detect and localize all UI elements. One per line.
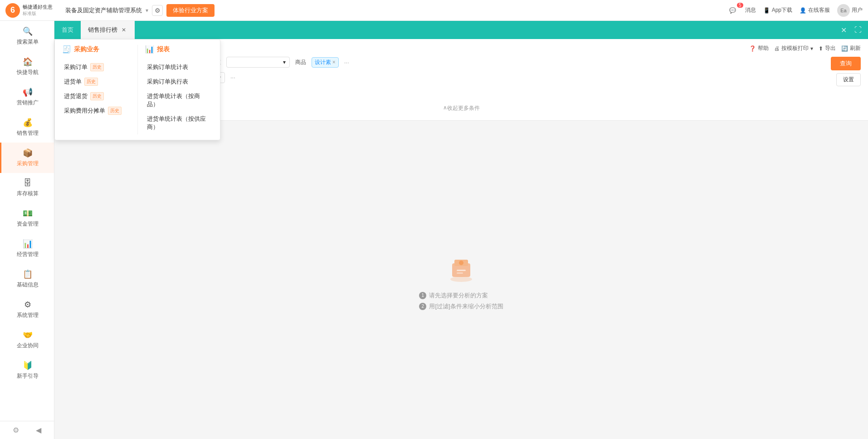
service-icon: 👤 bbox=[800, 7, 806, 14]
industry-button[interactable]: 体验行业方案 bbox=[166, 4, 215, 17]
header-middle: 装备及固定资产辅助管理系统 ▾ ⚙ 体验行业方案 bbox=[60, 4, 729, 17]
brand-name: 畅捷通好生意 bbox=[23, 4, 53, 10]
step-2-text: 用[过滤]条件来缩小分析范围 bbox=[429, 302, 503, 311]
menu-section-purchase: 🧾 采购业务 采购订单 历史 进货单 历史 进货退货 历史 采购费用分摊单 历史 bbox=[55, 45, 137, 134]
system-icon: ⚙ bbox=[24, 300, 31, 310]
sidebar-item-purchase[interactable]: 📦 采购管理 bbox=[0, 143, 54, 173]
sidebar-item-enterprise[interactable]: 🤝 企业协同 bbox=[0, 325, 54, 355]
brand-sub: 标准版 bbox=[23, 10, 53, 17]
step-1-circle: 1 bbox=[419, 292, 426, 299]
reports-section-icon: 📊 bbox=[145, 45, 154, 54]
goods-tag-text: 设计素 bbox=[315, 59, 331, 66]
sidebar-item-quick[interactable]: 🏠 快捷导航 bbox=[0, 51, 54, 82]
menu-item-purchase-order-stats-label: 采购订单统计表 bbox=[147, 63, 188, 71]
user-avatar: Ea bbox=[837, 4, 850, 17]
app-download-button[interactable]: 📱 App下载 bbox=[763, 6, 792, 14]
sidebar-item-guide[interactable]: 🔰 新手引导 bbox=[0, 355, 54, 385]
logo-icon: 6 bbox=[5, 3, 20, 18]
query-button[interactable]: 查询 bbox=[831, 57, 861, 70]
goods-more-dots[interactable]: ··· bbox=[344, 59, 349, 66]
menu-item-purchase-order-label: 采购订单 bbox=[64, 63, 88, 71]
logo-text-area: 畅捷通好生意 标准版 bbox=[23, 4, 53, 16]
user-button[interactable]: Ea 用户 bbox=[837, 4, 863, 17]
menu-item-purchase-expense[interactable]: 采购费用分摊单 历史 bbox=[62, 104, 130, 118]
menu-item-receipt-stats-supplier[interactable]: 进货单统计表（按供应商） bbox=[145, 112, 213, 134]
service-button[interactable]: 👤 在线客服 bbox=[800, 6, 830, 14]
sidebar-label-basic: 基础信息 bbox=[17, 281, 39, 289]
sidebar-item-sales[interactable]: 💰 销售管理 bbox=[0, 112, 54, 143]
menu-item-purchase-return[interactable]: 进货退货 历史 bbox=[62, 89, 130, 104]
menu-section-title-reports: 📊 报表 bbox=[145, 45, 213, 55]
refresh-label: 刷新 bbox=[850, 44, 861, 52]
setting-button[interactable]: 设置 bbox=[836, 73, 861, 86]
goods-tag[interactable]: 设计素 × bbox=[312, 57, 339, 68]
history-badge-purchase-expense: 历史 bbox=[108, 107, 122, 115]
sidebar-label-system: 系统管理 bbox=[17, 311, 39, 319]
tab-close-button[interactable]: ✕ bbox=[120, 26, 127, 34]
message-label: 消息 bbox=[745, 6, 756, 14]
header-dropdown-arrow[interactable]: ▾ bbox=[146, 7, 148, 14]
tab-close-all-button[interactable]: ✕ bbox=[837, 24, 850, 36]
sidebar-item-finance[interactable]: 💵 资金管理 bbox=[0, 203, 54, 233]
purchase-dropdown-menu: 🧾 采购业务 采购订单 历史 进货单 历史 进货退货 历史 采购费用分摊单 历史… bbox=[54, 39, 220, 140]
settings-bottom-button[interactable]: ⚙ bbox=[13, 426, 19, 434]
menu-item-purchase-receipt[interactable]: 进货单 历史 bbox=[62, 74, 130, 89]
finance-icon: 💵 bbox=[23, 208, 33, 218]
header-right: 💬 5 消息 📱 App下载 👤 在线客服 Ea 用户 bbox=[729, 4, 863, 17]
tab-home[interactable]: 首页 bbox=[54, 21, 81, 39]
inventory-icon: 🗄 bbox=[24, 178, 32, 188]
export-label: 导出 bbox=[825, 44, 836, 52]
salesperson-more-dots[interactable]: ··· bbox=[230, 74, 235, 81]
step-2-circle: 2 bbox=[419, 303, 426, 310]
sidebar-item-search[interactable]: 🔍 搜索菜单 bbox=[0, 21, 54, 51]
goods-tag-close[interactable]: × bbox=[332, 59, 336, 65]
svg-rect-4 bbox=[457, 270, 466, 271]
tab-sales-rank[interactable]: 销售排行榜 ✕ bbox=[81, 21, 135, 39]
service-label: 在线客服 bbox=[808, 6, 830, 14]
top-header: 6 畅捷通好生意 标准版 装备及固定资产辅助管理系统 ▾ ⚙ 体验行业方案 💬 … bbox=[0, 0, 868, 21]
sidebar-item-operation[interactable]: 📊 经营管理 bbox=[0, 233, 54, 264]
menu-section-reports: 📊 报表 采购订单统计表 采购订单执行表 进货单统计表（按商品） 进货单统计表（… bbox=[138, 45, 220, 134]
empty-state: 1 请先选择要分析的方案 2 用[过滤]条件来缩小分析范围 bbox=[54, 121, 868, 439]
sidebar: 🔍 搜索菜单 🏠 快捷导航 📢 营销推广 💰 销售管理 📦 采购管理 🗄 库存核… bbox=[0, 21, 54, 439]
guide-icon: 🔰 bbox=[23, 360, 33, 370]
collapse-icon: ∧ bbox=[443, 104, 447, 112]
menu-item-purchase-order-exec[interactable]: 采购订单执行表 bbox=[145, 74, 213, 89]
menu-item-receipt-stats-supplier-label: 进货单统计表（按供应商） bbox=[147, 115, 211, 131]
help-button[interactable]: ❓ 帮助 bbox=[749, 44, 769, 52]
message-button[interactable]: 💬 5 消息 bbox=[729, 6, 756, 14]
sidebar-item-marketing[interactable]: 📢 营销推广 bbox=[0, 82, 54, 112]
print-icon: 🖨 bbox=[774, 45, 780, 52]
print-arrow: ▾ bbox=[810, 45, 813, 52]
tab-expand-button[interactable]: ⛶ bbox=[852, 24, 864, 36]
doc-status-select[interactable]: ▾ bbox=[226, 57, 290, 68]
menu-item-purchase-order[interactable]: 采购订单 历史 bbox=[62, 60, 130, 74]
menu-item-receipt-stats-goods[interactable]: 进货单统计表（按商品） bbox=[145, 89, 213, 112]
menu-item-purchase-expense-label: 采购费用分摊单 bbox=[64, 107, 105, 115]
sidebar-item-system[interactable]: ⚙ 系统管理 bbox=[0, 294, 54, 325]
purchase-section-icon: 🧾 bbox=[62, 45, 71, 54]
svg-point-3 bbox=[459, 261, 463, 265]
refresh-icon: 🔄 bbox=[841, 45, 848, 52]
empty-text: 1 请先选择要分析的方案 2 用[过滤]条件来缩小分析范围 bbox=[419, 291, 503, 311]
refresh-button[interactable]: 🔄 刷新 bbox=[841, 44, 861, 52]
sidebar-label-operation: 经营管理 bbox=[17, 251, 39, 258]
sidebar-item-inventory[interactable]: 🗄 库存核算 bbox=[0, 173, 54, 203]
sidebar-item-basic[interactable]: 📋 基础信息 bbox=[0, 264, 54, 294]
step-1-text: 请先选择要分析的方案 bbox=[429, 291, 488, 300]
collapse-sidebar-button[interactable]: ◀ bbox=[36, 426, 41, 434]
history-badge-purchase-return: 历史 bbox=[90, 92, 104, 100]
gear-button[interactable]: ⚙ bbox=[152, 5, 163, 16]
sidebar-label-guide: 新手引导 bbox=[17, 372, 39, 380]
system-title: 装备及固定资产辅助管理系统 bbox=[65, 6, 142, 15]
history-badge-purchase-order: 历史 bbox=[90, 63, 104, 71]
menu-item-purchase-order-stats[interactable]: 采购订单统计表 bbox=[145, 60, 213, 74]
tab-bar: 首页 销售排行榜 ✕ ✕ ⛶ bbox=[54, 21, 868, 39]
export-button[interactable]: ⬆ 导出 bbox=[819, 44, 836, 52]
marketing-icon: 📢 bbox=[23, 87, 33, 97]
user-label: 用户 bbox=[852, 6, 863, 14]
sidebar-label-quick: 快捷导航 bbox=[17, 69, 39, 76]
tab-bar-right: ✕ ⛶ bbox=[837, 24, 868, 36]
print-button[interactable]: 🖨 按模板打印 ▾ bbox=[774, 44, 813, 52]
enterprise-icon: 🤝 bbox=[23, 330, 33, 340]
